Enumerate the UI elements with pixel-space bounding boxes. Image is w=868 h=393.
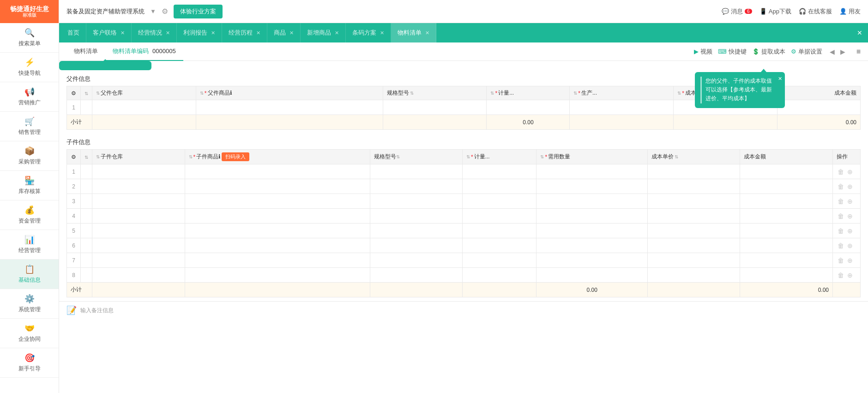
child-row-7-warehouse[interactable] <box>92 253 185 268</box>
scan-input-button[interactable]: 扫码录入 <box>222 152 249 161</box>
nav-prev-button[interactable]: ◀ <box>828 47 837 56</box>
copy-icon-1[interactable]: ⊕ <box>846 168 854 175</box>
sidebar-item-operations[interactable]: 📊 经营管理 <box>0 230 59 260</box>
child-row-5-product[interactable] <box>185 224 370 238</box>
child-row-7-unit-cost[interactable] <box>647 253 740 268</box>
nav-tab-close-5[interactable]: ✕ <box>289 30 294 36</box>
child-row-5-unit[interactable] <box>463 224 536 238</box>
child-row-1-unit[interactable] <box>463 164 536 179</box>
child-row-7-qty[interactable] <box>536 253 648 268</box>
child-row-2-unit-cost[interactable] <box>647 179 740 194</box>
child-row-4-spec[interactable] <box>370 209 463 224</box>
child-row-6-spec[interactable] <box>370 238 463 253</box>
nav-tab-close-1[interactable]: ✕ <box>121 30 125 36</box>
child-row-7-product[interactable] <box>185 253 370 268</box>
delete-icon-1[interactable]: 🗑 <box>837 168 845 175</box>
copy-icon-6[interactable]: ⊕ <box>846 242 854 249</box>
child-row-8-spec[interactable] <box>370 268 463 283</box>
online-service-item[interactable]: 🎧 在线客服 <box>799 7 832 16</box>
child-row-3-product[interactable] <box>185 194 370 209</box>
nav-tab-close-8[interactable]: ✕ <box>425 30 429 36</box>
child-row-5-qty[interactable] <box>536 224 648 238</box>
parent-row-1-produce[interactable] <box>570 100 674 115</box>
gear-icon[interactable]: ⚙ <box>162 7 168 16</box>
child-row-4-warehouse[interactable] <box>92 209 185 224</box>
nav-tab-0[interactable]: 首页 <box>61 23 86 42</box>
child-row-6-unit-cost[interactable] <box>647 238 740 253</box>
delete-icon-3[interactable]: 🗑 <box>837 198 845 205</box>
child-row-8-unit[interactable] <box>463 268 536 283</box>
child-row-2-qty[interactable] <box>536 179 648 194</box>
user-item[interactable]: 👤 用友 <box>839 7 861 16</box>
child-row-6-product[interactable] <box>185 238 370 253</box>
system-dropdown-icon[interactable]: ▼ <box>150 8 156 15</box>
message-item[interactable]: 💬 消息 6 <box>722 7 752 16</box>
nav-tab-8[interactable]: 物料清单✕ <box>391 23 436 42</box>
tooltip-close-button[interactable]: ✕ <box>778 75 782 83</box>
child-row-7-spec[interactable] <box>370 253 463 268</box>
child-row-4-product[interactable] <box>185 209 370 224</box>
app-download-item[interactable]: 📱 App下载 <box>760 7 791 16</box>
copy-icon-5[interactable]: ⊕ <box>846 227 854 235</box>
nav-tab-close-7[interactable]: ✕ <box>380 30 384 36</box>
child-row-3-qty[interactable] <box>536 194 648 209</box>
parent-row-1-product[interactable] <box>196 100 383 115</box>
delete-icon-5[interactable]: 🗑 <box>837 227 845 235</box>
nav-tab-7[interactable]: 条码方案✕ <box>346 23 391 42</box>
shortcut-button[interactable]: ⌨ 快捷键 <box>718 48 747 56</box>
child-row-8-qty[interactable] <box>536 268 648 283</box>
sidebar-item-system[interactable]: ⚙️ 系统管理 <box>0 289 59 319</box>
child-row-1-warehouse[interactable] <box>92 164 185 179</box>
child-row-6-warehouse[interactable] <box>92 238 185 253</box>
sidebar-item-inventory[interactable]: 🏪 库存核算 <box>0 171 59 200</box>
child-row-8-unit-cost[interactable] <box>647 268 740 283</box>
child-row-3-unit-cost[interactable] <box>647 194 740 209</box>
parent-row-1-warehouse[interactable] <box>92 100 196 115</box>
child-row-6-unit[interactable] <box>463 238 536 253</box>
single-settings-button[interactable]: ⚙ 单据设置 <box>791 48 822 56</box>
child-row-2-spec[interactable] <box>370 179 463 194</box>
delete-icon-4[interactable]: 🗑 <box>837 212 845 220</box>
nav-tab-close-3[interactable]: ✕ <box>211 30 215 36</box>
child-row-5-warehouse[interactable] <box>92 224 185 238</box>
child-row-8-warehouse[interactable] <box>92 268 185 283</box>
child-row-2-warehouse[interactable] <box>92 179 185 194</box>
delete-icon-6[interactable]: 🗑 <box>837 242 845 249</box>
nav-tab-1[interactable]: 客户联络✕ <box>86 23 132 42</box>
sidebar-item-marketing[interactable]: 📢 营销推广 <box>0 82 59 112</box>
nav-tab-6[interactable]: 新增商品✕ <box>301 23 346 42</box>
child-row-4-qty[interactable] <box>536 209 648 224</box>
delete-icon-2[interactable]: 🗑 <box>837 183 845 190</box>
sidebar-item-finance[interactable]: 💰 资金管理 <box>0 200 59 230</box>
video-button[interactable]: ▶ 视频 <box>694 48 712 56</box>
sidebar-item-purchase[interactable]: 📦 采购管理 <box>0 141 59 171</box>
trial-button[interactable]: 体验行业方案 <box>174 5 223 18</box>
child-row-1-qty[interactable] <box>536 164 648 179</box>
nav-tab-close-4[interactable]: ✕ <box>256 30 260 36</box>
parent-col-settings[interactable]: ⚙ <box>67 86 81 100</box>
child-row-1-product[interactable] <box>185 164 370 179</box>
nav-tab-close-6[interactable]: ✕ <box>335 30 339 36</box>
sidebar-item-guide[interactable]: 🎯 新手引导 <box>0 348 59 378</box>
child-row-4-unit-cost[interactable] <box>647 209 740 224</box>
nav-tab-2[interactable]: 经营情况✕ <box>132 23 177 42</box>
copy-icon-3[interactable]: ⊕ <box>846 198 854 205</box>
nav-tab-close-2[interactable]: ✕ <box>166 30 170 36</box>
child-row-7-unit[interactable] <box>463 253 536 268</box>
tab-bill-code[interactable]: 物料清单编码 0000005 <box>105 42 183 61</box>
child-row-2-product[interactable] <box>185 179 370 194</box>
copy-icon-8[interactable]: ⊕ <box>846 272 854 279</box>
sidebar-item-basic-info[interactable]: 📋 基础信息 <box>0 260 59 289</box>
delete-icon-7[interactable]: 🗑 <box>837 257 845 264</box>
nav-tab-4[interactable]: 经营历程✕ <box>222 23 267 42</box>
child-row-4-unit[interactable] <box>463 209 536 224</box>
child-row-8-product[interactable] <box>185 268 370 283</box>
child-col-settings[interactable]: ⚙ <box>67 150 81 164</box>
child-row-3-warehouse[interactable] <box>92 194 185 209</box>
child-row-1-unit-cost[interactable] <box>647 164 740 179</box>
extract-cost-button[interactable]: 💲 提取成本 <box>752 48 785 56</box>
menu-icon[interactable]: ≡ <box>856 48 861 56</box>
copy-icon-2[interactable]: ⊕ <box>846 183 854 190</box>
sidebar-item-search[interactable]: 🔍 搜索菜单 <box>0 23 59 53</box>
copy-icon-7[interactable]: ⊕ <box>846 257 854 264</box>
